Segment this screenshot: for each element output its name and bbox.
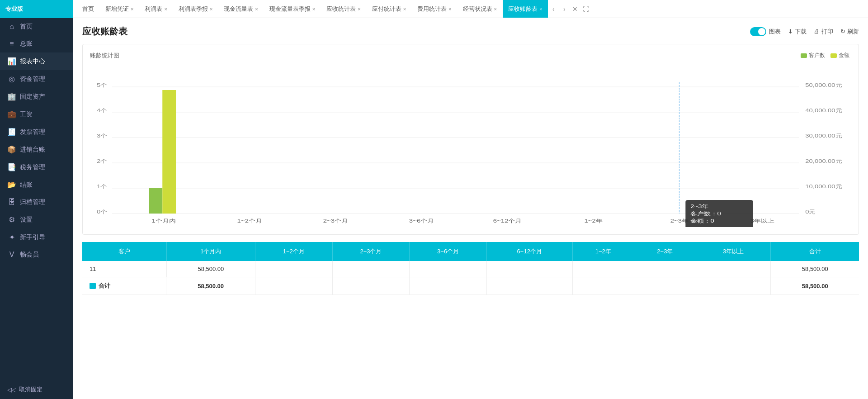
total-icon	[90, 283, 96, 289]
sidebar-item-invoice[interactable]: 🧾 发票管理	[0, 123, 73, 141]
svg-text:6~12个月: 6~12个月	[493, 218, 522, 224]
legend-color-customers	[801, 53, 807, 58]
cell-2-3month	[332, 261, 410, 277]
tab-home[interactable]: 首页	[77, 0, 100, 18]
archive-icon: 🗄	[7, 198, 16, 206]
svg-text:30,000.00元: 30,000.00元	[805, 133, 842, 139]
col-2-3year: 2~3年	[634, 242, 696, 261]
svg-text:客户数：0: 客户数：0	[690, 211, 721, 217]
sidebar-item-label: 畅会员	[20, 251, 39, 259]
sidebar-item-settings[interactable]: ⚙ 设置	[0, 211, 73, 228]
svg-text:1个: 1个	[97, 184, 107, 190]
total-3plus-year	[696, 277, 771, 295]
guide-icon: ✦	[7, 233, 16, 242]
close-tab-ap-stats[interactable]: ×	[403, 6, 406, 12]
cell-3-6month	[410, 261, 487, 277]
close-tab-ar-stats[interactable]: ×	[358, 6, 360, 12]
sidebar-item-label: 结账	[20, 181, 33, 189]
tab-expense-stats[interactable]: 费用统计表 ×	[412, 0, 457, 18]
tab-ar-stats[interactable]: 应收统计表 ×	[321, 0, 366, 18]
svg-text:2~3年: 2~3年	[690, 204, 708, 209]
close-tab-cashflow-quarterly[interactable]: ×	[312, 6, 315, 12]
content-area: 应收账龄表 图表 ⬇ 下载 🖨 打印 ↻	[73, 18, 868, 399]
tab-ar-aging[interactable]: 应收账龄表 ×	[503, 0, 548, 18]
tab-cashflow-quarterly[interactable]: 现金流量表季报 ×	[264, 0, 321, 18]
col-6-12month: 6~12个月	[486, 242, 572, 261]
refresh-icon: ↻	[840, 28, 845, 35]
sidebar-item-label: 首页	[20, 23, 33, 31]
sidebar-item-guide[interactable]: ✦ 新手引导	[0, 228, 73, 246]
chart-toggle-wrap: 图表	[750, 27, 781, 36]
settings-icon: ⚙	[7, 215, 16, 224]
col-3-6month: 3~6个月	[410, 242, 487, 261]
sidebar-item-assets[interactable]: 🏢 固定资产	[0, 88, 73, 105]
cell-6-12month	[486, 261, 572, 277]
data-table: 客户 1个月内 1~2个月 2~3个月 3~6个月 6~12个月 1~2年 2~…	[82, 242, 859, 295]
cell-1month: 58,500.00	[166, 261, 255, 277]
sidebar-item-tax[interactable]: 📑 税务管理	[0, 158, 73, 176]
sidebar-item-label: 报表中心	[20, 57, 45, 66]
print-button[interactable]: 🖨 打印	[814, 28, 833, 36]
total-3-6month	[410, 277, 487, 295]
download-button[interactable]: ⬇ 下载	[788, 28, 807, 36]
svg-text:3~6个月: 3~6个月	[409, 218, 434, 224]
tab-scroll-right[interactable]: ›	[559, 3, 570, 15]
cell-1-2month	[255, 261, 333, 277]
tab-fullscreen[interactable]: ⛶	[580, 3, 591, 15]
sidebar-item-home[interactable]: ⌂ 首页	[0, 18, 73, 35]
svg-text:3年以上: 3年以上	[750, 218, 774, 224]
sidebar-pin-toggle[interactable]: ◁◁ 取消固定	[0, 380, 73, 399]
chart-toggle-label: 图表	[769, 28, 781, 36]
bar-customers-0	[149, 188, 162, 214]
close-tab-new-voucher[interactable]: ×	[131, 6, 133, 12]
tab-cashflow[interactable]: 现金流量表 ×	[218, 0, 264, 18]
sidebar-item-label: 进销台账	[20, 146, 45, 154]
refresh-button[interactable]: ↻ 刷新	[840, 28, 859, 36]
invoice-icon: 🧾	[7, 128, 16, 136]
tab-operations[interactable]: 经营状况表 ×	[458, 0, 503, 18]
col-customer: 客户	[82, 242, 166, 261]
tab-new-voucher[interactable]: 新增凭证 ×	[100, 0, 139, 18]
close-tab-ar-aging[interactable]: ×	[539, 6, 542, 12]
legend-customers: 客户数	[801, 52, 825, 59]
sidebar-item-funds[interactable]: ◎ 资金管理	[0, 70, 73, 88]
close-tab-operations[interactable]: ×	[494, 6, 497, 12]
sidebar-item-salary[interactable]: 💼 工资	[0, 105, 73, 123]
legend-label-amount: 金额	[839, 52, 849, 59]
total-row: 合计 58,500.00 58,500.00	[82, 277, 859, 295]
download-icon: ⬇	[788, 28, 793, 35]
total-label-cell: 合计	[82, 277, 166, 294]
close-tab-cashflow[interactable]: ×	[255, 6, 258, 12]
tax-icon: 📑	[7, 163, 16, 171]
svg-text:4个: 4个	[97, 108, 107, 114]
table-row: 11 58,500.00 58,500.00	[82, 261, 859, 277]
svg-text:1个月内: 1个月内	[152, 218, 176, 224]
sidebar-item-label: 资金管理	[20, 75, 45, 83]
close-tab-profit[interactable]: ×	[164, 6, 167, 12]
sidebar-item-archive[interactable]: 🗄 归档管理	[0, 194, 73, 211]
page-header: 应收账龄表 图表 ⬇ 下载 🖨 打印 ↻	[82, 25, 859, 38]
header-actions: 图表 ⬇ 下载 🖨 打印 ↻ 刷新	[750, 27, 859, 36]
tab-close-all[interactable]: ✕	[570, 3, 580, 15]
svg-text:20,000.00元: 20,000.00元	[805, 158, 842, 164]
chart-svg: 0个 1个 2个 3个 4个 5个 0元	[90, 64, 851, 227]
tab-profit[interactable]: 利润表 ×	[139, 0, 173, 18]
chart-container: 账龄统计图 客户数 金额 0个 1个	[82, 44, 859, 235]
close-tab-profit-quarterly[interactable]: ×	[210, 6, 212, 12]
sidebar-item-label: 总账	[20, 40, 33, 48]
sidebar-item-ledger[interactable]: ≡ 总账	[0, 35, 73, 52]
close-tab-expense-stats[interactable]: ×	[448, 6, 451, 12]
sidebar-item-closing[interactable]: 📂 结账	[0, 176, 73, 194]
total-6-12month	[486, 277, 572, 295]
cell-row-total: 58,500.00	[771, 261, 859, 277]
sidebar-item-sales[interactable]: 📦 进销台账	[0, 141, 73, 158]
chart-toggle[interactable]	[750, 27, 766, 36]
sidebar-item-member[interactable]: V 畅会员	[0, 246, 73, 263]
cell-customer-name: 11	[82, 261, 166, 277]
cell-1-2year	[572, 261, 634, 277]
tab-profit-quarterly[interactable]: 利润表季报 ×	[173, 0, 218, 18]
closing-icon: 📂	[7, 180, 16, 189]
tab-ap-stats[interactable]: 应付统计表 ×	[367, 0, 412, 18]
tab-scroll-left[interactable]: ‹	[548, 3, 559, 15]
sidebar-item-reports[interactable]: 📊 报表中心	[0, 52, 73, 70]
